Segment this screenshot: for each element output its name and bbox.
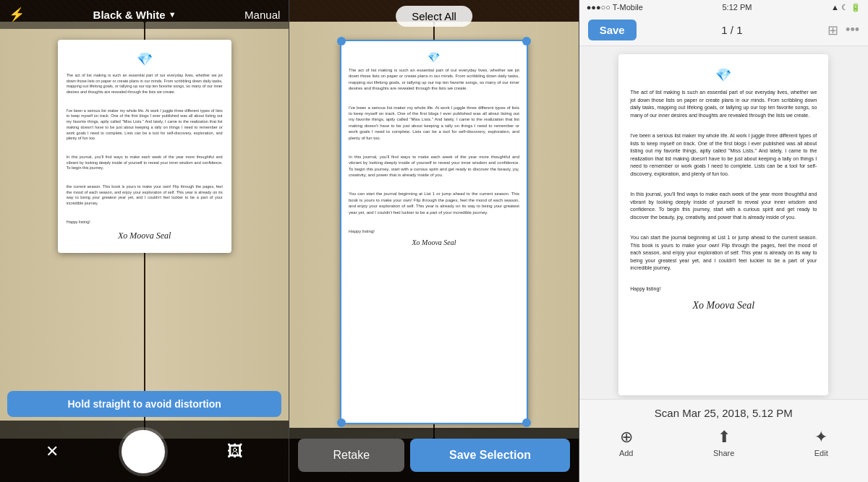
- share-label: Share: [713, 449, 734, 457]
- document-actions: ⊕ Add ⬆ Share ✦ Edit: [579, 423, 868, 462]
- status-bar: ●●●○○ T-Mobile 5:12 PM ▲ ☾ 🔋: [579, 0, 868, 14]
- crystal-decoration-3: 💎: [630, 67, 817, 83]
- selection-panel: Select All 💎 The act of list making is s…: [289, 0, 579, 482]
- select-all-button[interactable]: Select All: [396, 6, 472, 27]
- status-left: ●●●○○ T-Mobile: [587, 3, 643, 12]
- edit-icon: ✦: [814, 428, 827, 447]
- page-count: 1 / 1: [721, 24, 742, 36]
- doc-paragraph-2-3: In this journal, you'll find ways to mak…: [349, 154, 519, 178]
- doc-paragraph-2-1: The act of list making is such an essent…: [349, 67, 519, 92]
- doc-paragraph-2-2: I've been a serious list maker my whole …: [349, 105, 519, 141]
- doc-paragraph-3-5: Happy listing!: [630, 285, 817, 293]
- signature: Xo Moova Seal: [67, 231, 223, 241]
- doc-paragraph-2-4: You can start the journal beginning at L…: [349, 191, 519, 215]
- shutter-button[interactable]: [122, 430, 165, 473]
- doc-paragraph-1: The act of list making is such an essent…: [67, 73, 223, 95]
- crystal-decoration-2: 💎: [349, 51, 519, 63]
- doc-paragraph-5: Happy listing!: [67, 220, 223, 225]
- add-action[interactable]: ⊕ Add: [619, 428, 634, 457]
- retake-button[interactable]: Retake: [298, 439, 404, 472]
- hint-message: Hold straight to avoid distortion: [7, 391, 281, 417]
- add-label: Add: [619, 449, 634, 457]
- flash-icon[interactable]: ⚡: [9, 7, 25, 22]
- doc-paragraph-2: I've been a serious list maker my whole …: [67, 108, 223, 142]
- more-options-icon[interactable]: •••: [846, 22, 859, 38]
- doc-paragraph-2-5: Happy listing!: [349, 228, 519, 234]
- scan-date-label: Scan Mar 25, 2018, 5.12 PM: [579, 400, 868, 423]
- add-icon: ⊕: [620, 428, 633, 447]
- doc-paragraph-3: In this journal, you'll find ways to mak…: [67, 155, 223, 171]
- doc-paragraph-4: the current season. This book is yours t…: [67, 184, 223, 207]
- save-button[interactable]: Save: [588, 20, 637, 40]
- signature-3: Xo Moova Seal: [630, 300, 817, 311]
- time-label: 5:12 PM: [722, 3, 752, 12]
- status-right: ▲ ☾ 🔋: [831, 3, 861, 12]
- carrier-label: ●●●○○ T-Mobile: [587, 3, 643, 12]
- selection-actions: Retake Save Selection: [289, 428, 578, 482]
- camera-top-bar: ⚡ Black & White ▼ Manual: [0, 0, 289, 29]
- grid-view-icon[interactable]: ⊞: [827, 22, 838, 38]
- result-panel: ●●●○○ T-Mobile 5:12 PM ▲ ☾ 🔋 Save 1 / 1 …: [579, 0, 868, 482]
- crystal-decoration: 💎: [67, 51, 223, 67]
- signal-icons: ▲ ☾ 🔋: [831, 3, 861, 12]
- result-bottom-bar: Scan Mar 25, 2018, 5.12 PM ⊕ Add ⬆ Share…: [579, 399, 868, 482]
- capture-mode-label[interactable]: Manual: [244, 9, 280, 21]
- edit-action[interactable]: ✦ Edit: [814, 428, 828, 457]
- share-icon: ⬆: [718, 428, 731, 447]
- doc-paragraph-3-4: You can start the journal beginning at L…: [630, 234, 817, 272]
- scanned-document: 💎 The act of list making is such an esse…: [618, 54, 828, 395]
- edit-label: Edit: [814, 449, 828, 457]
- camera-panel: ⚡ Black & White ▼ Manual 💎 The act of li…: [0, 0, 289, 482]
- camera-controls: ✕ 🖼: [0, 421, 289, 482]
- result-top-bar: Save 1 / 1 ⊞ •••: [579, 14, 868, 46]
- document-preview: 💎 The act of list making is such an esse…: [58, 40, 231, 253]
- gallery-icon[interactable]: 🖼: [227, 442, 243, 461]
- share-action[interactable]: ⬆ Share: [713, 428, 734, 457]
- doc-paragraph-3-2: I've been a serious list maker my whole …: [630, 132, 817, 178]
- filter-title: Black & White: [93, 9, 166, 21]
- mode-selector[interactable]: Black & White ▼: [93, 9, 176, 21]
- document-preview-2: 💎 The act of list making is such an esse…: [340, 40, 528, 424]
- close-icon[interactable]: ✕: [46, 442, 59, 461]
- signature-2: Xo Moova Seal: [349, 238, 519, 246]
- save-selection-button[interactable]: Save Selection: [410, 439, 569, 472]
- doc-paragraph-3-1: The act of list making is such an essent…: [630, 89, 817, 119]
- chevron-down-icon: ▼: [169, 10, 176, 19]
- doc-paragraph-3-3: In this journal, you'll find ways to mak…: [630, 191, 817, 221]
